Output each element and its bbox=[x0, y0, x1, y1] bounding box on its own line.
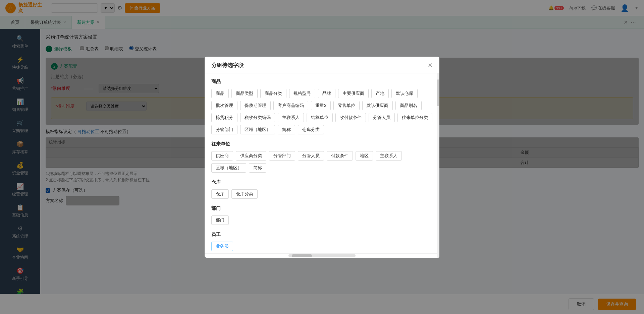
field-tag-default-supplier[interactable]: 默认供应商 bbox=[362, 101, 393, 110]
field-section-employee-title: 员工 bbox=[211, 232, 433, 238]
field-tag-brand[interactable]: 品牌 bbox=[318, 89, 335, 98]
field-tag-partner-contact[interactable]: 主联系人 bbox=[376, 151, 402, 161]
field-tag-main-supplier[interactable]: 主要供应商 bbox=[338, 89, 369, 98]
field-tag-short-name[interactable]: 简称 bbox=[278, 125, 295, 134]
field-section-partner: 往来单位 供应商 供应商分类 分管部门 分管人员 付款条件 地区 主联系人 区域… bbox=[211, 141, 433, 173]
field-tags-goods: 商品 商品类型 商品分类 规格型号 品牌 主要供应商 产地 默认仓库 批次管理 … bbox=[211, 89, 433, 134]
field-section-warehouse: 仓库 仓库 仓库分类 bbox=[211, 179, 433, 199]
field-tag-supplier-category[interactable]: 供应商分类 bbox=[236, 151, 266, 161]
field-section-department-title: 部门 bbox=[211, 205, 433, 211]
field-tag-warehouse[interactable]: 仓库 bbox=[211, 189, 229, 199]
field-tag-department[interactable]: 部门 bbox=[211, 215, 229, 225]
field-tag-dept[interactable]: 分管部门 bbox=[211, 125, 237, 134]
field-tag-partner-region[interactable]: 地区 bbox=[356, 151, 373, 161]
field-tag-salesperson[interactable]: 业务员 bbox=[211, 242, 233, 251]
field-tag-shelf-life[interactable]: 保质期管理 bbox=[240, 101, 271, 110]
modal-bottom-scroll bbox=[205, 253, 439, 258]
field-tags-department: 部门 bbox=[211, 215, 433, 225]
field-tag-partner-manager[interactable]: 分管人员 bbox=[298, 151, 324, 161]
field-tag-main-contact[interactable]: 主联系人 bbox=[278, 113, 304, 122]
field-tag-partner-dept[interactable]: 分管部门 bbox=[269, 151, 295, 161]
field-tag-warehouse-category[interactable]: 仓库分类 bbox=[298, 125, 324, 134]
field-tag-retail-unit[interactable]: 零售单位 bbox=[333, 101, 360, 110]
field-tags-employee: 业务员 bbox=[211, 242, 433, 251]
modal-close-icon[interactable]: ✕ bbox=[428, 62, 433, 68]
field-section-goods-title: 商品 bbox=[211, 79, 433, 85]
field-section-employee: 员工 业务员 bbox=[211, 232, 433, 251]
modal-title: 分组待选字段 bbox=[211, 62, 244, 69]
field-tag-goods[interactable]: 商品 bbox=[211, 89, 229, 98]
field-tags-partner: 供应商 供应商分类 分管部门 分管人员 付款条件 地区 主联系人 区域（地区） … bbox=[211, 151, 433, 173]
field-tags-warehouse: 仓库 仓库分类 bbox=[211, 189, 433, 199]
field-tag-pick-points[interactable]: 拣货积分 bbox=[211, 113, 237, 122]
field-tag-tax-code[interactable]: 税收分类编码 bbox=[240, 113, 275, 122]
modal-dialog: 分组待选字段 ✕ 商品 商品 商品类型 商品分类 规格型号 品牌 主要供应商 产… bbox=[205, 57, 439, 258]
modal-header: 分组待选字段 ✕ bbox=[205, 57, 439, 73]
modal-scrollbar[interactable] bbox=[437, 73, 439, 258]
field-section-department: 部门 部门 bbox=[211, 205, 433, 225]
field-tag-weight3[interactable]: 重量3 bbox=[311, 101, 331, 110]
field-section-partner-title: 往来单位 bbox=[211, 141, 433, 147]
field-section-warehouse-title: 仓库 bbox=[211, 179, 433, 185]
modal-body[interactable]: 商品 商品 商品类型 商品分类 规格型号 品牌 主要供应商 产地 默认仓库 批次… bbox=[205, 73, 439, 253]
field-tag-region[interactable]: 区域（地区） bbox=[240, 125, 275, 134]
scroll-thumb bbox=[437, 79, 439, 106]
field-tag-warehouse-cat[interactable]: 仓库分类 bbox=[231, 189, 258, 199]
field-tag-customer-code[interactable]: 客户商品编码 bbox=[273, 101, 308, 110]
field-tag-partner-area[interactable]: 区域（地区） bbox=[211, 163, 246, 173]
field-tag-default-warehouse[interactable]: 默认仓库 bbox=[391, 89, 418, 98]
field-tag-batch-mgmt[interactable]: 批次管理 bbox=[211, 101, 237, 110]
field-tag-goods-type[interactable]: 商品类型 bbox=[231, 89, 258, 98]
field-tag-goods-alias[interactable]: 商品别名 bbox=[395, 101, 422, 110]
field-tag-payment-terms[interactable]: 收付款条件 bbox=[335, 113, 366, 122]
horizontal-scrollbar[interactable] bbox=[288, 254, 356, 257]
field-tag-supplier[interactable]: 供应商 bbox=[211, 151, 233, 161]
modal-overlay: 分组待选字段 ✕ 商品 商品 商品类型 商品分类 规格型号 品牌 主要供应商 产… bbox=[0, 0, 644, 314]
field-tag-settlement-unit[interactable]: 结算单位 bbox=[307, 113, 333, 122]
field-tag-origin[interactable]: 产地 bbox=[371, 89, 389, 98]
field-tag-payment-cond[interactable]: 付款条件 bbox=[327, 151, 353, 161]
field-tag-partner-category[interactable]: 往来单位分类 bbox=[397, 113, 432, 122]
field-tag-spec[interactable]: 规格型号 bbox=[289, 89, 315, 98]
field-tag-manager[interactable]: 分管人员 bbox=[369, 113, 395, 122]
field-section-goods: 商品 商品 商品类型 商品分类 规格型号 品牌 主要供应商 产地 默认仓库 批次… bbox=[211, 79, 433, 134]
field-tag-goods-category[interactable]: 商品分类 bbox=[260, 89, 286, 98]
field-tag-partner-shortname[interactable]: 简称 bbox=[249, 163, 266, 173]
horizontal-scroll-thumb bbox=[292, 254, 312, 257]
